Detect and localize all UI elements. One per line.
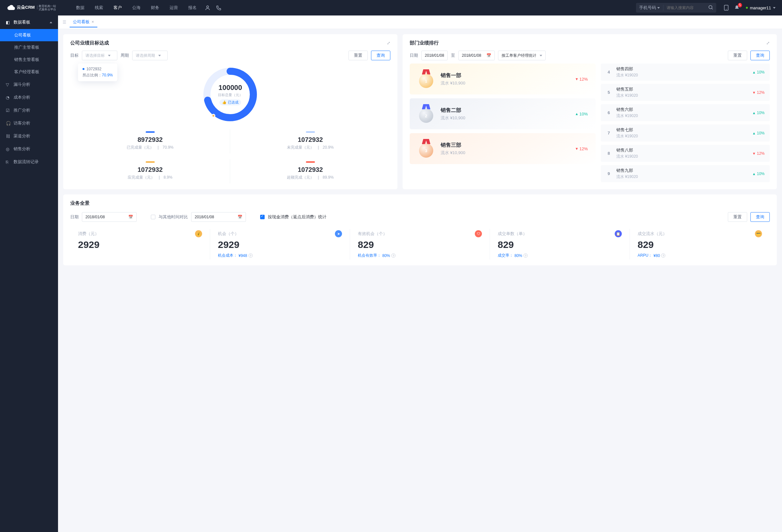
query-button[interactable]: 查询 — [750, 212, 770, 222]
stat-value: 829 — [358, 239, 482, 250]
dept-name: 销售六部 — [616, 107, 638, 112]
dept-name: 销售五部 — [616, 86, 638, 92]
stat-icon: ➤ — [335, 230, 342, 237]
search-icon — [709, 5, 713, 10]
topnav-item[interactable]: 线索 — [94, 4, 104, 12]
collapse-sidebar-icon[interactable]: ☰ — [63, 20, 66, 25]
metric-label: 应完成量（元） | 8.9% — [70, 175, 230, 180]
date-value: 2018/01/08 — [425, 53, 444, 58]
search-button[interactable] — [705, 5, 716, 11]
svg-line-1 — [712, 8, 713, 9]
stat-label: 成交流水（元） — [638, 231, 667, 237]
topnav-item[interactable]: 报名 — [188, 4, 197, 12]
target-select[interactable]: 请选择目标 — [82, 50, 117, 60]
rank-row: 7销售七部流水 ¥19020▲ 10% — [601, 125, 770, 142]
stat-icon: 💳 — [755, 230, 762, 237]
pct-change: ▲ 10% — [752, 131, 765, 135]
sidebar-item[interactable]: 客户经理看板 — [0, 66, 58, 78]
query-button[interactable]: 查询 — [750, 50, 770, 60]
sidebar-item[interactable]: ☑推广分析 — [0, 104, 58, 117]
stat-item: 成交流水（元）💳829ARPU：¥80 ? — [630, 229, 770, 259]
close-tab-icon[interactable]: × — [92, 19, 94, 24]
stat-label: 机会（个） — [218, 231, 239, 237]
notification-count: 5 — [738, 3, 742, 7]
expand-icon[interactable]: ⤢ — [766, 41, 770, 45]
dept-amount: 流水 ¥19020 — [616, 73, 638, 78]
sidebar-item[interactable]: 销售主管看板 — [0, 54, 58, 66]
notifications-button[interactable]: 5 — [734, 5, 740, 11]
cash-option-checkbox[interactable] — [260, 215, 264, 219]
overview-date-input[interactable]: 2018/01/08📅 — [82, 212, 137, 222]
calendar-icon: 📅 — [487, 53, 491, 58]
topnav-item[interactable]: 运营 — [169, 4, 179, 12]
cash-option-label: 按现金消费（返点后消费）统计 — [268, 214, 326, 220]
chevron-down-icon — [158, 55, 161, 57]
tab-company-dashboard[interactable]: 公司看板 × — [70, 17, 97, 27]
sidebar-item[interactable]: 推广主管看板 — [0, 41, 58, 54]
sidebar-group-title: 数据看板 — [13, 19, 30, 25]
help-icon[interactable]: ? — [391, 253, 395, 258]
stat-item: 有效机会（个）🛡829机会有效率：80% ? — [350, 229, 490, 259]
help-icon[interactable]: ? — [661, 253, 665, 258]
rank-number: 8 — [606, 151, 612, 156]
sidebar-item[interactable]: ◔成本分析 — [0, 91, 58, 104]
search-type-select[interactable]: 手机号码 — [636, 5, 663, 11]
period-select[interactable]: 请选择周期 — [132, 50, 168, 60]
compare-date-input[interactable]: 2018/01/08📅 — [191, 212, 246, 222]
sidebar-item[interactable]: ⛓渠道分析 — [0, 130, 58, 143]
donut-chart: 100000 目标总量（元） 👍已达成 — [201, 66, 259, 123]
reset-button[interactable]: 重置 — [728, 212, 747, 222]
help-icon[interactable]: ? — [249, 253, 253, 258]
panel-title: 部门业绩排行 — [410, 40, 439, 46]
query-button[interactable]: 查询 — [371, 50, 390, 60]
rank-number: 7 — [606, 131, 612, 135]
sidebar-item[interactable]: 公司看板 — [0, 29, 58, 41]
logo: 云朵CRM 教育机构一站 式服务云平台 — [6, 4, 56, 11]
topnav-item[interactable]: 公海 — [132, 4, 141, 12]
sidebar-icon: ◔ — [6, 95, 10, 100]
sidebar-item[interactable]: ⎘数据流转记录 — [0, 155, 58, 168]
date-to-input[interactable]: 2018/01/08📅 — [458, 50, 495, 60]
reset-button[interactable]: 重置 — [728, 50, 747, 60]
compare-label: 与其他时间对比 — [158, 214, 188, 220]
filter-label: 目标 — [70, 52, 79, 58]
groupby-select[interactable]: 按工单客户经理统计 — [498, 50, 546, 60]
reset-button[interactable]: 重置 — [349, 50, 368, 60]
compare-checkbox[interactable] — [151, 215, 155, 219]
stat-item: 机会（个）➤2929机会成本：¥948 ? — [210, 229, 350, 259]
content: ☰ 公司看板 × 公司业绩目标达成 ⤢ 目标 请选择目标 周期 请选择周期 — [58, 15, 782, 532]
sidebar-group-dashboard[interactable]: ◧数据看板 — [0, 15, 58, 29]
tooltip-ratio: 70.9% — [102, 73, 113, 77]
sidebar-icon: ⎘ — [6, 159, 10, 165]
dot-icon — [82, 68, 84, 70]
sidebar-item[interactable]: ▽漏斗分析 — [0, 78, 58, 91]
dept-name: 销售七部 — [616, 127, 638, 133]
topnav-item[interactable]: 数据 — [75, 4, 85, 12]
mobile-icon[interactable] — [724, 5, 728, 11]
dept-amount: 流水 ¥19020 — [616, 174, 638, 180]
metric-label: 超额完成（元） | 89.9% — [230, 175, 390, 180]
search-input[interactable] — [663, 5, 705, 10]
date-from-input[interactable]: 2018/01/08 — [421, 50, 448, 60]
sidebar-item[interactable]: ◎销售分析 — [0, 143, 58, 155]
expand-icon[interactable]: ⤢ — [387, 41, 390, 45]
filter-label: 日期 — [70, 214, 79, 220]
top-nav: 数据线索客户公海财务运营报名 — [75, 4, 197, 12]
chevron-down-icon — [657, 7, 660, 9]
stat-label: 消费（元） — [78, 231, 99, 237]
metric-tick-icon — [306, 131, 315, 133]
dept-amount: 流水 ¥10,900 — [441, 115, 465, 121]
help-icon[interactable]: ? — [524, 253, 528, 258]
topnav-item[interactable]: 客户 — [113, 4, 122, 12]
sidebar-item-label: 销售分析 — [13, 146, 30, 152]
phone-icon[interactable] — [216, 5, 221, 10]
dept-amount: 流水 ¥10,900 — [441, 80, 465, 86]
user-menu[interactable]: manager11 — [746, 5, 776, 10]
person-icon[interactable] — [205, 5, 210, 10]
panel-overview: 业务全景 日期 2018/01/08📅 与其他时间对比 2018/01/08📅 … — [63, 194, 777, 265]
panel-title: 业务全景 — [70, 200, 90, 206]
stat-value: 2929 — [78, 239, 202, 250]
sidebar-item[interactable]: 🎧访客分析 — [0, 117, 58, 130]
topbar: 云朵CRM 教育机构一站 式服务云平台 数据线索客户公海财务运营报名 手机号码 … — [0, 0, 782, 15]
topnav-item[interactable]: 财务 — [150, 4, 160, 12]
